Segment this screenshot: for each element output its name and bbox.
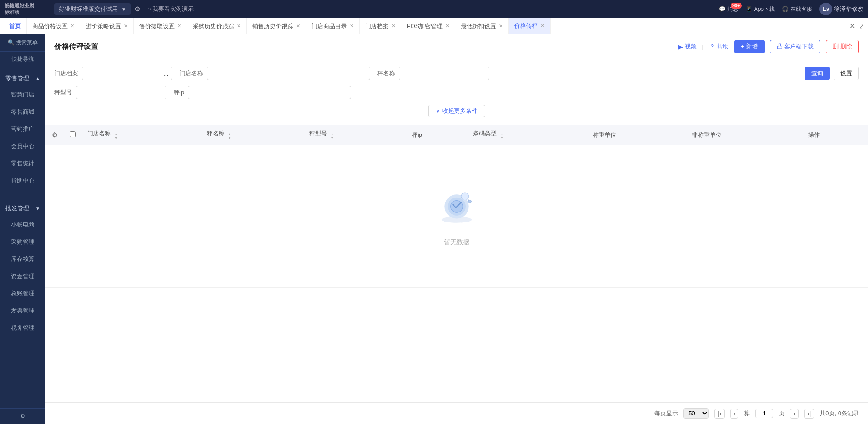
sidebar-item-retail-mall[interactable]: 零售商城 bbox=[0, 103, 45, 120]
prev-page-button[interactable]: ‹ bbox=[730, 409, 739, 419]
sort-icon: ▲▼ bbox=[330, 133, 334, 140]
tab-purchase-history[interactable]: 采购历史价跟踪 ✕ bbox=[187, 18, 247, 34]
tab-close-icon[interactable]: ✕ bbox=[177, 23, 181, 29]
col-operation: 操作 bbox=[803, 125, 868, 145]
tab-product-pricing[interactable]: 商品价格设置 ✕ bbox=[27, 18, 80, 34]
page-size-select[interactable]: 10 20 50 100 bbox=[683, 408, 709, 419]
content-area: 价格传秤设置 ▶ 视频 | ？ 帮助 + 新增 凸 客户端下载 删 删除 bbox=[45, 34, 868, 424]
filter-area: 门店档案 ... 门店名称 秤名称 查询 设置 bbox=[45, 59, 868, 125]
sidebar-item-retail-stats[interactable]: 零售统计 bbox=[0, 155, 45, 172]
sidebar-item-smart-store[interactable]: 智慧门店 bbox=[0, 86, 45, 103]
page-input[interactable] bbox=[755, 409, 773, 418]
topbar-settings-icon[interactable]: ⚙ bbox=[134, 5, 140, 13]
tab-sale-price[interactable]: 售价提取设置 ✕ bbox=[134, 18, 187, 34]
collapse-filter-button[interactable]: ∧ 收起更多条件 bbox=[428, 105, 485, 117]
username: 徐泽华修改 bbox=[834, 5, 863, 13]
tab-label: 价格传秤 bbox=[514, 22, 538, 30]
filter-row-1: 门店档案 ... 门店名称 秤名称 查询 设置 bbox=[54, 67, 859, 80]
table-area: ⚙ 门店名称 ▲▼ 秤名称 ▲▼ bbox=[45, 125, 868, 402]
page-word: 算 bbox=[744, 410, 750, 418]
chevron-up-icon: ▲ bbox=[35, 76, 40, 81]
scale-model-input[interactable] bbox=[76, 86, 166, 99]
data-table: ⚙ 门店名称 ▲▼ 秤名称 ▲▼ bbox=[45, 125, 868, 288]
topbar-right: 💬 消息 99+ 📱 App下载 🎧 在线客服 Ea 徐泽华修改 bbox=[719, 3, 863, 15]
edition-selector[interactable]: 好业财标准版交付试用 ▼ bbox=[54, 3, 131, 15]
scale-model-label: 秤型号 bbox=[54, 88, 72, 96]
tab-purchase-strategy[interactable]: 进价策略设置 ✕ bbox=[80, 18, 134, 34]
page-title: 价格传秤设置 bbox=[54, 42, 98, 52]
col-store-name: 门店名称 ▲▼ bbox=[82, 125, 201, 145]
sidebar-item-inventory[interactable]: 库存核算 bbox=[0, 251, 45, 268]
sidebar-group-wholesale[interactable]: 批发管理 ▼ bbox=[0, 201, 45, 216]
video-link[interactable]: ▶ 视频 bbox=[678, 43, 697, 51]
tab-close-icon[interactable]: ✕ bbox=[541, 23, 545, 29]
filter-row-2: 秤型号 秤ip bbox=[54, 86, 859, 99]
tab-close-icon[interactable]: ✕ bbox=[237, 23, 241, 29]
avatar: Ea bbox=[819, 3, 832, 15]
user-area[interactable]: Ea 徐泽华修改 bbox=[819, 3, 863, 15]
messages-btn[interactable]: 💬 消息 99+ bbox=[719, 5, 738, 13]
close-tab-button[interactable]: ✕ bbox=[849, 22, 855, 30]
sidebar-bottom-settings[interactable]: ⚙ bbox=[0, 408, 45, 424]
settings-filter-button[interactable]: 设置 bbox=[834, 67, 859, 80]
col-scale-ip: 秤ip bbox=[406, 125, 468, 145]
tab-close-icon[interactable]: ✕ bbox=[70, 23, 74, 29]
sidebar-item-tax[interactable]: 税务管理 bbox=[0, 319, 45, 337]
app-download-btn[interactable]: 📱 App下载 bbox=[746, 5, 775, 13]
page-actions: ▶ 视频 | ？ 帮助 + 新增 凸 客户端下载 删 删除 bbox=[678, 40, 859, 53]
sidebar-item-label: 总账管理 bbox=[11, 290, 34, 297]
tab-price-scale[interactable]: 价格传秤 ✕ bbox=[509, 18, 551, 34]
scale-name-input[interactable] bbox=[399, 67, 489, 80]
sidebar-item-ledger[interactable]: 总账管理 bbox=[0, 285, 45, 302]
table-body: 暂无数据 bbox=[45, 145, 868, 288]
add-button[interactable]: + 新增 bbox=[734, 40, 765, 53]
tab-label: 售价提取设置 bbox=[139, 22, 175, 30]
tab-home[interactable]: 首页 bbox=[4, 18, 27, 34]
store-name-input[interactable] bbox=[207, 67, 370, 80]
tab-close-icon[interactable]: ✕ bbox=[124, 23, 128, 29]
sidebar-item-finance[interactable]: 资金管理 bbox=[0, 268, 45, 285]
tab-close-icon[interactable]: ✕ bbox=[350, 23, 354, 29]
expand-tab-button[interactable]: ⤢ bbox=[859, 23, 864, 30]
tab-close-icon[interactable]: ✕ bbox=[499, 23, 503, 29]
tab-store-catalog[interactable]: 门店商品目录 ✕ bbox=[306, 18, 360, 34]
tab-pos-management[interactable]: POS加密管理 ✕ bbox=[401, 18, 455, 34]
tab-store-profile[interactable]: 门店档案 ✕ bbox=[360, 18, 401, 34]
help-link[interactable]: ？ 帮助 bbox=[709, 43, 729, 51]
sidebar-item-help[interactable]: 帮助中心 bbox=[0, 172, 45, 189]
first-page-button[interactable]: |‹ bbox=[714, 409, 724, 419]
scale-name-label: 秤名称 bbox=[377, 69, 395, 77]
sidebar-item-ecom[interactable]: 小畅电商 bbox=[0, 216, 45, 233]
select-all-checkbox[interactable] bbox=[70, 131, 76, 137]
sidebar-item-invoice[interactable]: 发票管理 bbox=[0, 302, 45, 319]
sidebar-quick-nav[interactable]: 快捷导航 bbox=[0, 52, 45, 67]
chevron-up-icon: ∧ bbox=[436, 108, 440, 115]
page-unit: 页 bbox=[779, 410, 785, 418]
sidebar-search[interactable]: 🔍 搜索菜单 bbox=[0, 34, 45, 52]
col-non-weight-unit: 非称重单位 bbox=[687, 125, 803, 145]
tab-min-discount[interactable]: 最低折扣设置 ✕ bbox=[455, 18, 509, 34]
query-button[interactable]: 查询 bbox=[805, 67, 830, 80]
demo-link[interactable]: 我要看实例演示 bbox=[147, 5, 194, 13]
download-button[interactable]: 凸 客户端下载 bbox=[770, 40, 821, 53]
tab-close-icon[interactable]: ✕ bbox=[296, 23, 300, 29]
store-profile-label: 门店档案 bbox=[54, 69, 78, 77]
store-profile-input[interactable]: ... bbox=[82, 67, 172, 80]
sidebar-group-retail[interactable]: 零售管理 ▲ bbox=[0, 71, 45, 86]
scale-ip-input[interactable] bbox=[188, 86, 351, 99]
sort-icon: ▲▼ bbox=[228, 133, 231, 140]
sidebar-item-marketing[interactable]: 营销推广 bbox=[0, 120, 45, 138]
tab-sale-history[interactable]: 销售历史价跟踪 ✕ bbox=[247, 18, 306, 34]
sidebar-item-label: 税务管理 bbox=[11, 324, 34, 331]
sidebar-item-purchase[interactable]: 采购管理 bbox=[0, 233, 45, 251]
sidebar-item-member[interactable]: 会员中心 bbox=[0, 138, 45, 155]
last-page-button[interactable]: ›| bbox=[804, 409, 814, 419]
tab-close-icon[interactable]: ✕ bbox=[391, 23, 395, 29]
online-service-btn[interactable]: 🎧 在线客服 bbox=[782, 5, 812, 13]
delete-button[interactable]: 删 删除 bbox=[826, 40, 859, 53]
next-page-button[interactable]: › bbox=[790, 409, 799, 419]
tab-close-icon[interactable]: ✕ bbox=[445, 23, 449, 29]
table-settings-icon[interactable]: ⚙ bbox=[52, 131, 58, 139]
gear-icon: ⚙ bbox=[20, 413, 25, 419]
table-head: ⚙ 门店名称 ▲▼ 秤名称 ▲▼ bbox=[45, 125, 868, 145]
